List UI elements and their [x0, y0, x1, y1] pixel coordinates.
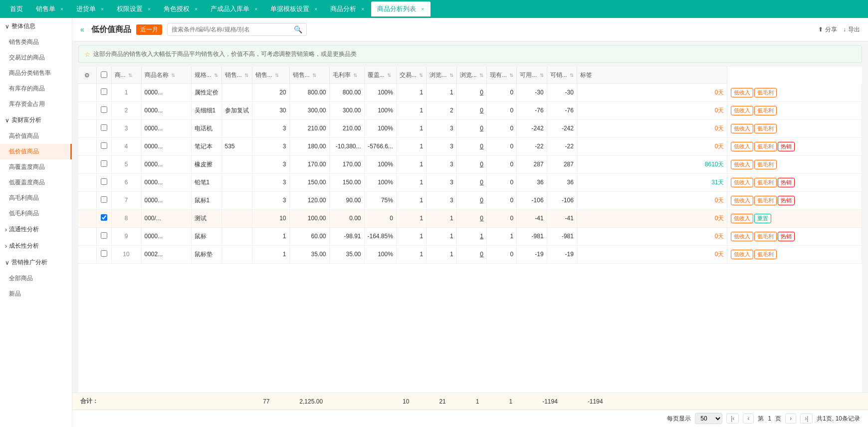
- views1-link[interactable]: 0: [480, 161, 483, 168]
- sidebar-item-low-coverage[interactable]: 低覆盖度商品: [0, 175, 72, 190]
- sidebar-item-high-value[interactable]: 高价值商品: [0, 128, 72, 144]
- th-gross-rate[interactable]: 毛利率 ⇅: [329, 67, 364, 84]
- views1-link[interactable]: 0: [480, 197, 483, 204]
- sidebar-group-flow-title[interactable]: › 流通性分析: [0, 221, 72, 238]
- close-roles-tab[interactable]: ×: [195, 6, 198, 12]
- sidebar-item-traded-products[interactable]: 交易过的商品: [0, 50, 72, 65]
- views1-link[interactable]: 0: [480, 251, 483, 258]
- th-code[interactable]: 商... ⇅: [111, 67, 141, 84]
- td-views1[interactable]: 0: [456, 155, 486, 173]
- td-views1[interactable]: 0: [456, 191, 486, 209]
- sidebar-item-stock-products[interactable]: 有库存的商品: [0, 81, 72, 96]
- sidebar-group-marketing-title[interactable]: ∨ 营销推广分析: [0, 254, 72, 271]
- row-checkbox[interactable]: [101, 250, 107, 257]
- sidebar-item-sales-products[interactable]: 销售类商品: [0, 34, 72, 50]
- row-checkbox[interactable]: [101, 214, 107, 221]
- close-template-tab[interactable]: ×: [314, 6, 317, 12]
- td-views1[interactable]: 0: [456, 137, 486, 155]
- prev-page-button[interactable]: ‹: [743, 414, 754, 424]
- views1-link[interactable]: 1: [480, 233, 483, 240]
- select-all-checkbox[interactable]: [101, 71, 107, 78]
- close-product-analysis-tab[interactable]: ×: [361, 6, 364, 12]
- close-product-analysis-list-tab[interactable]: ×: [421, 6, 424, 12]
- td-checkbox[interactable]: [96, 173, 111, 191]
- close-inventory-tab[interactable]: ×: [254, 6, 257, 12]
- nav-template[interactable]: 单据模板设置 ×: [264, 1, 323, 16]
- th-transactions[interactable]: 交易... ⇅: [396, 67, 426, 84]
- row-checkbox[interactable]: [101, 124, 107, 131]
- th-checkbox[interactable]: [96, 67, 111, 84]
- nav-sales[interactable]: 销售单 ×: [30, 1, 69, 16]
- th-saleable[interactable]: 可销... ⇅: [547, 67, 577, 84]
- sidebar-item-all-products[interactable]: 全部商品: [0, 271, 72, 286]
- th-current[interactable]: 现有... ⇅: [486, 67, 516, 84]
- nav-product-analysis-list[interactable]: 商品分析列表 ×: [371, 1, 430, 16]
- search-input[interactable]: [172, 26, 291, 33]
- sidebar-item-stock-capital[interactable]: 库存资金占用: [0, 96, 72, 112]
- td-views1[interactable]: 0: [456, 84, 486, 102]
- th-views1[interactable]: 浏览... ⇅: [427, 67, 456, 84]
- sidebar-item-low-margin[interactable]: 低毛利商品: [0, 206, 72, 221]
- close-sales-tab[interactable]: ×: [60, 6, 63, 12]
- td-views1[interactable]: 0: [456, 209, 486, 227]
- td-checkbox[interactable]: [96, 245, 111, 263]
- nav-inventory[interactable]: 产成品入库单 ×: [205, 1, 263, 16]
- views1-link[interactable]: 0: [480, 89, 483, 96]
- sidebar-item-new-products[interactable]: 新品: [0, 286, 72, 302]
- sidebar-group-wealth-title[interactable]: ∨ 卖财富分析: [0, 112, 72, 128]
- td-views1[interactable]: 0: [456, 119, 486, 137]
- search-icon[interactable]: 🔍: [294, 25, 302, 33]
- first-page-button[interactable]: |‹: [726, 414, 739, 424]
- row-checkbox[interactable]: [101, 142, 107, 149]
- td-views1[interactable]: 0: [456, 101, 486, 119]
- page-size-select[interactable]: 50 100: [695, 413, 722, 424]
- sidebar-group-overall-title[interactable]: ∨ 整体信息: [0, 18, 72, 34]
- nav-roles[interactable]: 角色授权 ×: [158, 1, 204, 16]
- row-checkbox[interactable]: [101, 178, 107, 185]
- nav-product-analysis[interactable]: 商品分析 ×: [324, 1, 370, 16]
- nav-purchase[interactable]: 进货单 ×: [70, 1, 110, 16]
- td-checkbox[interactable]: [96, 209, 111, 227]
- last-page-button[interactable]: ›|: [800, 414, 813, 424]
- views1-link[interactable]: 0: [480, 143, 483, 150]
- td-checkbox[interactable]: [96, 227, 111, 245]
- th-sales-qty[interactable]: 销售... ⇅: [221, 67, 252, 84]
- td-checkbox[interactable]: [96, 191, 111, 209]
- share-button[interactable]: ⬆ 分享: [818, 25, 837, 34]
- sidebar-item-high-margin[interactable]: 高毛利商品: [0, 190, 72, 206]
- views1-link[interactable]: 0: [480, 107, 483, 114]
- th-spec[interactable]: 规格... ⇅: [191, 67, 221, 84]
- th-settings[interactable]: ⚙: [78, 67, 96, 84]
- td-views1[interactable]: 0: [456, 173, 486, 191]
- sidebar-item-high-coverage[interactable]: 高覆盖度商品: [0, 159, 72, 175]
- views1-link[interactable]: 0: [480, 125, 483, 132]
- row-checkbox[interactable]: [101, 232, 107, 239]
- row-checkbox[interactable]: [101, 106, 107, 113]
- close-permissions-tab[interactable]: ×: [148, 6, 151, 12]
- row-checkbox[interactable]: [101, 88, 107, 95]
- views1-link[interactable]: 0: [480, 179, 483, 186]
- sidebar-collapse-btn[interactable]: «: [80, 25, 84, 33]
- td-checkbox[interactable]: [96, 155, 111, 173]
- time-tag-button[interactable]: 近一月: [136, 24, 162, 35]
- sidebar-group-growth-title[interactable]: › 成长性分析: [0, 238, 72, 254]
- nav-permissions[interactable]: 权限设置 ×: [111, 1, 157, 16]
- th-views2[interactable]: 浏览... ⇅: [456, 67, 486, 84]
- td-views1[interactable]: 1: [456, 227, 486, 245]
- td-checkbox[interactable]: [96, 137, 111, 155]
- th-sales-amt2[interactable]: 销售... ⇅: [289, 67, 329, 84]
- export-button[interactable]: ↓ 导出: [843, 25, 860, 34]
- th-available[interactable]: 可用... ⇅: [517, 67, 547, 84]
- row-checkbox[interactable]: [101, 196, 107, 203]
- nav-home[interactable]: 首页: [4, 1, 29, 16]
- close-purchase-tab[interactable]: ×: [101, 6, 104, 12]
- td-views1[interactable]: 0: [456, 245, 486, 263]
- sidebar-item-low-value[interactable]: 低价值商品: [0, 144, 72, 159]
- th-name[interactable]: 商品名称 ⇅: [141, 67, 191, 84]
- td-checkbox[interactable]: [96, 84, 111, 102]
- views1-link[interactable]: 0: [480, 215, 483, 222]
- sidebar-item-category-sales[interactable]: 商品分类销售率: [0, 65, 72, 81]
- td-checkbox[interactable]: [96, 119, 111, 137]
- td-checkbox[interactable]: [96, 101, 111, 119]
- settings-icon[interactable]: ⚙: [84, 72, 90, 79]
